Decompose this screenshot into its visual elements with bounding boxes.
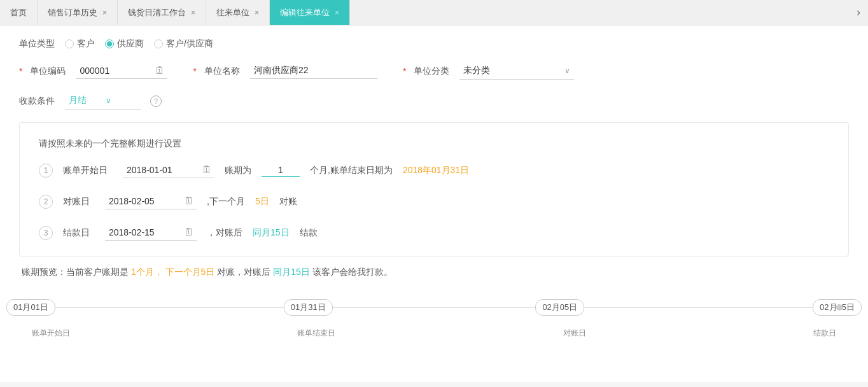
unit-name-input[interactable]: [250, 63, 377, 79]
unit-name-label: 单位名称: [204, 66, 240, 77]
period-settings-box: 请按照未来的一个完整帐期进行设置 1 账单开始日 🗓 账期为 个月,账单结束日期…: [19, 122, 849, 257]
step-3-prefix: ，对账后: [207, 227, 242, 239]
unit-code-input[interactable]: [76, 63, 152, 78]
preview-label: 账期预览：当前客户账期是: [22, 267, 129, 277]
payment-condition-row: 收款条件 月结 ∨ ?: [19, 92, 849, 109]
tab-counterparty[interactable]: 往来单位 ×: [206, 0, 270, 25]
preview-part5: 该客户会给我打款。: [312, 267, 393, 277]
unit-info-row: * 单位编码 🗓 * 单位名称 * 单位分类 未分类 ∨: [19, 62, 849, 80]
tl-label-1: 账单结束日: [297, 328, 335, 339]
step-row-3: 3 结款日 🗓 ，对账后 同月15日 结款: [39, 225, 829, 241]
step-2-highlight: 5日: [255, 196, 269, 208]
timeline-wrapper: 01月01日 01月31日 02月05日 02月15日 账单开始日 账单结束日 …: [19, 288, 849, 339]
main-content: 单位类型 客户 供应商 客户/供应商 * 单位编码 🗓: [0, 25, 868, 382]
tl-pill-1: 01月31日: [284, 299, 333, 316]
step-2-date-input[interactable]: [105, 194, 181, 209]
step-1-period-input[interactable]: [262, 164, 300, 177]
close-tab-edit-counterparty[interactable]: ×: [335, 8, 339, 17]
step-2-prefix: ,下一个月: [207, 196, 245, 208]
unit-category-star: *: [403, 66, 406, 76]
step-row-1: 1 账单开始日 🗓 账期为 个月,账单结束日期为 2018年01月31日: [39, 162, 829, 178]
unit-category-arrow-icon: ∨: [564, 66, 570, 75]
step-1-date-input[interactable]: [123, 162, 199, 178]
unit-type-row: 单位类型 客户 供应商 客户/供应商: [19, 38, 849, 50]
tl-label-3: 结款日: [813, 328, 836, 339]
tab-cashflow[interactable]: 钱货日清工作台 ×: [118, 0, 206, 25]
step-3-highlight: 同月15日: [253, 227, 290, 239]
step-num-2: 2: [39, 195, 53, 209]
step-1-period-unit: 个月,账单结束日期为: [310, 165, 393, 176]
preview-part2: 下一个月5日: [165, 267, 215, 277]
timeline-point-2: 02月05日: [535, 299, 584, 316]
step-3-date-input-group: 🗓: [105, 225, 197, 241]
unit-code-label: 单位编码: [30, 66, 66, 77]
preview-part1: 1个月，: [131, 267, 163, 277]
step-2-calendar-icon[interactable]: 🗓: [181, 195, 197, 207]
payment-condition-label: 收款条件: [19, 95, 55, 107]
payment-condition-arrow-icon: ∨: [106, 96, 137, 105]
preview-text: 账期预览：当前客户账期是 1个月， 下一个月5日 对账，对账后 同月15日 该客…: [19, 267, 849, 278]
radio-circle-both: [154, 39, 163, 48]
step-1-suffix-label: 账期为: [225, 165, 251, 176]
tl-pill-2: 02月05日: [535, 299, 584, 316]
preview-part4: 同月15日: [273, 267, 310, 277]
step-2-date-input-group: 🗓: [105, 194, 197, 209]
unit-type-label: 单位类型: [19, 38, 55, 50]
step-1-end-date: 2018年01月31日: [403, 165, 469, 176]
unit-category-select[interactable]: 未分类 ∨: [459, 62, 574, 80]
unit-code-input-group: 🗓: [76, 63, 167, 79]
close-tab-sales-history[interactable]: ×: [102, 8, 107, 17]
unit-name-star: *: [193, 66, 196, 76]
radio-circle-supplier: [105, 39, 114, 48]
step-3-suffix: 结款: [300, 227, 318, 239]
tab-more-button[interactable]: ›: [849, 0, 868, 25]
period-box-title: 请按照未来的一个完整帐期进行设置: [39, 138, 829, 150]
step-row-2: 2 对账日 🗓 ,下一个月5日 对账: [39, 194, 829, 209]
radio-customer[interactable]: 客户: [65, 38, 95, 50]
close-tab-cashflow[interactable]: ×: [191, 8, 195, 17]
close-tab-counterparty[interactable]: ×: [255, 8, 259, 17]
payment-condition-value: 月结: [69, 95, 101, 106]
step-2-suffix: 对账: [279, 196, 297, 208]
unit-category-label: 单位分类: [414, 66, 449, 77]
tabs-bar: 首页 销售订单历史 × 钱货日清工作台 × 往来单位 × 编辑往来单位 × ›: [0, 0, 868, 25]
tl-label-2: 对账日: [563, 328, 586, 339]
tab-sales-history[interactable]: 销售订单历史 ×: [38, 0, 118, 25]
step-3-calendar-icon[interactable]: 🗓: [181, 227, 197, 238]
tl-pill-0: 01月01日: [6, 299, 55, 316]
help-icon[interactable]: ?: [150, 95, 162, 107]
step-1-field-label: 账单开始日: [63, 165, 108, 176]
step-2-field-label: 对账日: [63, 196, 90, 208]
timeline-point-1: 01月31日: [284, 299, 333, 316]
step-3-field-label: 结款日: [63, 227, 90, 239]
tl-label-0: 账单开始日: [32, 328, 70, 339]
timeline-end-dot: [836, 304, 843, 311]
radio-both[interactable]: 客户/供应商: [154, 38, 213, 50]
payment-condition-select[interactable]: 月结 ∨: [65, 92, 141, 109]
step-3-date-input[interactable]: [105, 225, 181, 240]
radio-circle-customer: [65, 39, 74, 48]
timeline-labels: 账单开始日 账单结束日 对账日 结款日: [25, 328, 843, 339]
unit-category-value: 未分类: [463, 65, 564, 76]
tab-home[interactable]: 首页: [0, 0, 38, 25]
step-num-3: 3: [39, 226, 53, 240]
tab-edit-counterparty[interactable]: 编辑往来单位 ×: [270, 0, 350, 25]
step-num-1: 1: [39, 164, 53, 178]
radio-supplier[interactable]: 供应商: [105, 38, 144, 50]
preview-part3: 对账，对账后: [217, 267, 270, 277]
step-1-date-input-group: 🗓: [123, 162, 214, 178]
unit-code-calendar-icon[interactable]: 🗓: [152, 65, 167, 76]
unit-type-radio-group: 客户 供应商 客户/供应商: [65, 38, 213, 50]
unit-code-star: *: [19, 66, 22, 76]
timeline-point-0: 01月01日: [6, 299, 55, 316]
timeline-points: 01月01日 01月31日 02月05日 02月15日: [32, 299, 836, 316]
step-1-calendar-icon[interactable]: 🗓: [199, 164, 214, 176]
